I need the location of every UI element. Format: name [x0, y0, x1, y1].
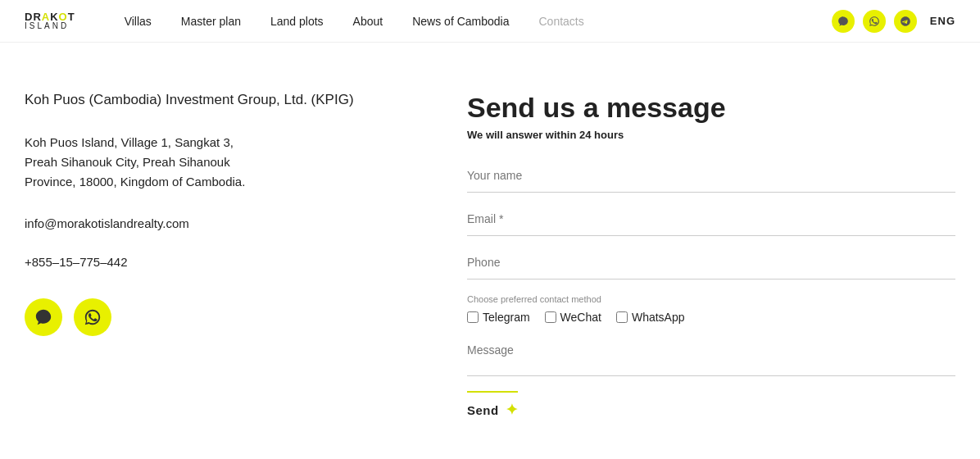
address-line1: Koh Puos Island, Village 1, Sangkat 3,	[25, 135, 234, 149]
email-input[interactable]	[467, 207, 955, 230]
address-block: Koh Puos Island, Village 1, Sangkat 3, P…	[25, 133, 418, 192]
name-input[interactable]	[467, 164, 955, 187]
nav-contacts[interactable]: Contacts	[538, 15, 583, 28]
wechat-label: WeChat	[560, 311, 601, 324]
whatsapp-checkbox[interactable]	[616, 311, 628, 323]
main-nav: Villas Master plan Land plots About News…	[125, 15, 832, 28]
checkbox-whatsapp[interactable]: WhatsApp	[616, 311, 685, 324]
header: DRAKOT ISLAND Villas Master plan Land pl…	[0, 0, 980, 43]
contact-method-label: Choose preferred contact method	[467, 294, 955, 304]
header-social-wechat[interactable]	[832, 10, 855, 33]
contact-info: Koh Puos (Cambodia) Investment Group, Lt…	[25, 92, 418, 419]
header-social-whatsapp[interactable]	[863, 10, 886, 33]
checkbox-wechat[interactable]: WeChat	[545, 311, 601, 324]
checkboxes-row: Telegram WeChat WhatsApp	[467, 311, 955, 324]
social-wechat-large[interactable]	[25, 298, 62, 336]
telegram-label: Telegram	[483, 311, 530, 324]
send-star-icon: ✦	[506, 401, 518, 419]
company-name: Koh Puos (Cambodia) Investment Group, Lt…	[25, 92, 418, 108]
logo[interactable]: DRAKOT ISLAND	[25, 11, 75, 30]
email-field-group	[467, 207, 955, 236]
message-input[interactable]	[467, 339, 955, 368]
telegram-checkbox[interactable]	[467, 311, 479, 323]
phone-input[interactable]	[467, 251, 955, 274]
wechat-checkbox[interactable]	[545, 311, 556, 323]
nav-master-plan[interactable]: Master plan	[181, 15, 241, 28]
name-field-group	[467, 164, 955, 193]
email[interactable]: info@morakotislandrealty.com	[25, 216, 418, 230]
header-social-telegram[interactable]	[894, 10, 917, 33]
form-title: Send us a message	[467, 92, 955, 124]
logo-sub: ISLAND	[25, 22, 75, 30]
social-icons-row	[25, 298, 418, 336]
nav-villas[interactable]: Villas	[125, 15, 152, 28]
contact-form-section: Send us a message We will answer within …	[467, 92, 955, 419]
phone: +855–15–775–442	[25, 255, 418, 269]
send-button[interactable]: Send ✦	[467, 391, 518, 419]
message-field-group	[467, 339, 955, 376]
social-whatsapp-large[interactable]	[74, 298, 111, 336]
checkbox-telegram[interactable]: Telegram	[467, 311, 530, 324]
address-line3: Province, 18000, Kingdom of Cambodia.	[25, 175, 245, 189]
main-content: Koh Puos (Cambodia) Investment Group, Lt…	[0, 43, 980, 452]
phone-field-group	[467, 251, 955, 279]
header-right: ENG	[832, 10, 955, 33]
send-label: Send	[467, 403, 499, 417]
form-subtitle: We will answer within 24 hours	[467, 129, 955, 141]
nav-land-plots[interactable]: Land plots	[270, 15, 324, 28]
language-toggle[interactable]: ENG	[930, 15, 955, 27]
address-line2: Preah Sihanouk City, Preah Sihanouk	[25, 155, 230, 169]
nav-news[interactable]: News of Cambodia	[412, 15, 509, 28]
nav-about[interactable]: About	[353, 15, 383, 28]
whatsapp-label: WhatsApp	[632, 311, 685, 324]
